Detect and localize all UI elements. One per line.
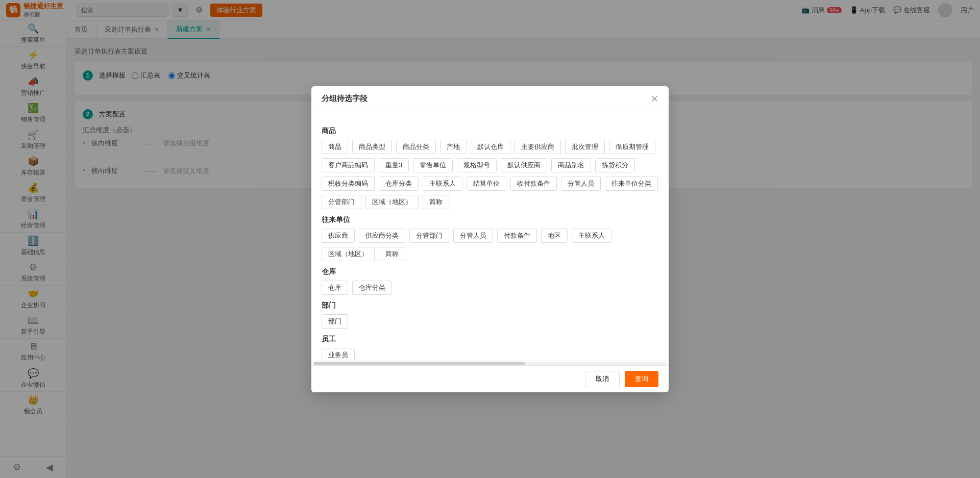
cancel-button[interactable]: 取消 [585,371,620,387]
field-grid-counterpart: 供应商 供应商分类 分管部门 分管人员 付款条件 地区 主联系人 区域（地区） … [322,229,658,261]
field-goods-category[interactable]: 商品分类 [396,140,436,154]
modal-footer: 取消 查询 [311,365,669,392]
field-region[interactable]: 区域（地区） [365,195,419,209]
field-batch-mgmt[interactable]: 批次管理 [565,140,605,154]
modal-body: 商品 商品 商品类型 商品分类 产地 默认仓库 主要供应商 批次管理 保质期管理… [311,112,669,361]
field-supervisor[interactable]: 分管人员 [561,177,601,191]
field-short-name-sup[interactable]: 简称 [379,247,405,261]
field-goods-type[interactable]: 商品类型 [352,140,392,154]
field-payment-cond[interactable]: 付款条件 [497,229,537,243]
field-main-supplier[interactable]: 主要供应商 [514,140,561,154]
field-dept-sup[interactable]: 分管部门 [409,229,449,243]
field-default-warehouse[interactable]: 默认仓库 [471,140,510,154]
section-title-staff: 员工 [322,335,658,344]
modal-title: 分组待选字段 [322,94,368,104]
modal-close-button[interactable]: ✕ [651,93,658,105]
field-goods[interactable]: 商品 [322,140,348,154]
field-dept[interactable]: 部门 [322,314,348,329]
field-pick-points[interactable]: 拣货积分 [595,158,635,172]
field-supplier[interactable]: 供应商 [322,229,355,243]
horizontal-scrollbar[interactable] [311,361,669,365]
field-area[interactable]: 地区 [541,229,568,243]
field-payment-terms[interactable]: 收付款条件 [510,177,557,191]
field-supervisor-sup[interactable]: 分管人员 [453,229,493,243]
field-supplier-category[interactable]: 供应商分类 [359,229,405,243]
section-title-goods: 商品 [322,127,658,136]
field-goods-alias[interactable]: 商品别名 [551,158,591,172]
field-settlement-unit[interactable]: 结算单位 [467,177,506,191]
field-tax-code[interactable]: 税收分类编码 [322,177,375,191]
field-grid-dept: 部门 [322,314,658,329]
field-warehouse[interactable]: 仓库 [322,281,348,295]
field-main-contact[interactable]: 主联系人 [423,177,462,191]
field-region-sup[interactable]: 区域（地区） [322,247,375,261]
scrollbar-track [313,362,667,365]
field-expiry-mgmt[interactable]: 保质期管理 [609,140,655,154]
field-main-contact-sup[interactable]: 主联系人 [572,229,611,243]
field-customer-code[interactable]: 客户商品编码 [322,158,375,172]
field-dept-mgmt[interactable]: 分管部门 [322,195,361,209]
field-weight[interactable]: 重量3 [379,158,409,172]
field-counterpart-category[interactable]: 往来单位分类 [605,177,658,191]
field-salesperson[interactable]: 业务员 [322,348,355,361]
field-origin[interactable]: 产地 [440,140,467,154]
field-grid-warehouse: 仓库 仓库分类 [322,281,658,295]
field-grid-staff: 业务员 [322,348,658,361]
section-title-warehouse: 仓库 [322,267,658,276]
modal-header: 分组待选字段 ✕ [311,86,669,112]
field-spec-model[interactable]: 规格型号 [457,158,497,172]
field-short-name[interactable]: 简称 [423,195,449,209]
field-default-supplier[interactable]: 默认供应商 [501,158,547,172]
scrollbar-thumb [313,362,525,365]
field-grid-goods: 商品 商品类型 商品分类 产地 默认仓库 主要供应商 批次管理 保质期管理 客户… [322,140,658,209]
field-warehouse-category[interactable]: 仓库分类 [379,177,419,191]
confirm-button[interactable]: 查询 [625,371,658,387]
modal-overlay: 分组待选字段 ✕ 商品 商品 商品类型 商品分类 产地 默认仓库 主要供应商 批… [0,0,980,478]
section-title-dept: 部门 [322,301,658,310]
modal: 分组待选字段 ✕ 商品 商品 商品类型 商品分类 产地 默认仓库 主要供应商 批… [311,86,669,392]
field-warehouse-cat[interactable]: 仓库分类 [352,281,392,295]
field-retail-unit[interactable]: 零售单位 [413,158,453,172]
section-title-counterpart: 往来单位 [322,215,658,224]
